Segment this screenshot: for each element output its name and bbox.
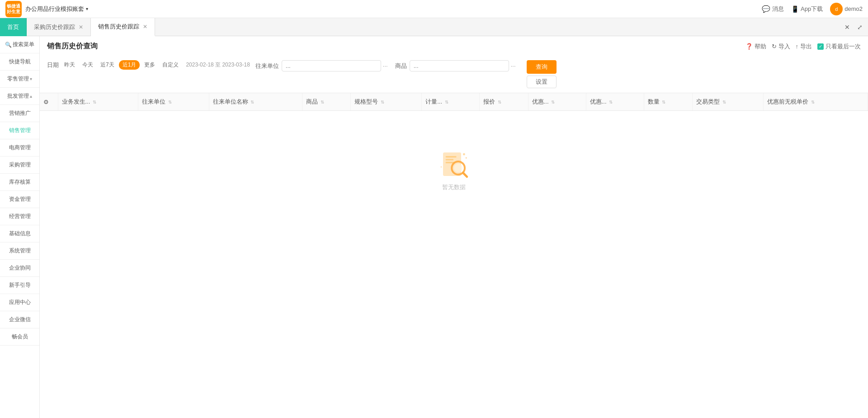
sidebar-item-basic-info[interactable]: 基础信息 [0,225,39,242]
home-label: 首页 [7,23,19,31]
message-button[interactable]: 💬 消息 [762,5,784,13]
col-unit[interactable]: 计量... ⇅ [422,93,480,111]
sidebar-item-ecommerce[interactable]: 电商管理 [0,139,39,157]
col-price[interactable]: 报价 ⇅ [480,93,528,111]
sidebar-item-apps[interactable]: 应用中心 [0,294,39,311]
date-filter-label: 日期 [47,61,59,69]
export-icon: ↑ [796,43,799,50]
user-menu[interactable]: d demo2 [830,3,863,15]
action-buttons: 查询 设置 [527,60,557,88]
app-selector[interactable]: 办公用品行业模拟账套 ▾ [25,5,88,13]
table-header: ⚙ 业务发生... ⇅ 往来单位 ⇅ 往来单位名称 ⇅ [40,93,868,111]
sidebar-item-purchase[interactable]: 采购管理 [0,157,39,174]
more-date-btn[interactable]: 更多 [142,60,158,70]
maximize-icon[interactable]: ⤢ [855,22,864,33]
tab1-close-icon[interactable]: ✕ [79,24,83,30]
today-btn[interactable]: 今天 [80,60,96,70]
last7days-btn[interactable]: 近7天 [98,60,117,70]
tab2-close-icon[interactable]: ✕ [143,24,147,30]
avatar: d [830,3,843,15]
col-spec[interactable]: 规格型号 ⇅ [351,93,422,111]
sort-icon: ⇅ [662,100,665,104]
col-settings[interactable]: ⚙ [40,93,58,111]
sidebar-item-inventory[interactable]: 库存核算 [0,174,39,191]
col-trade-type[interactable]: 交易类型 ⇅ [693,93,764,111]
tab-purchase-history[interactable]: 采购历史价跟踪 ✕ [27,18,91,36]
phone-icon: 📱 [791,5,799,13]
sidebar-item-wechat[interactable]: 企业微信 [0,311,39,328]
tab2-label: 销售历史价跟踪 [98,23,139,31]
sidebar-item-retail[interactable]: 零售管理 ▾ [0,71,39,88]
search-icon: 🔍 [5,42,12,48]
sidebar-label-wholesale: 批发管理 [7,92,29,100]
sidebar-item-enterprise[interactable]: 企业协同 [0,260,39,277]
message-label: 消息 [772,5,784,13]
close-tab-icon[interactable]: ✕ [843,22,852,33]
svg-line-6 [463,173,467,177]
help-label: 帮助 [755,43,766,51]
date-shortcuts: 昨天 今天 近7天 近1月 更多 自定义 [61,60,181,70]
tab-sales-history[interactable]: 销售历史价跟踪 ✕ [91,18,155,36]
sidebar-item-guide[interactable]: 新手引导 [0,277,39,294]
import-button[interactable]: ↻ 导入 [772,43,790,51]
sidebar-item-shortcuts[interactable]: 快捷导航 [0,53,39,71]
chevron-down-icon: ▾ [86,6,88,11]
help-button[interactable]: ❓ 帮助 [745,43,766,51]
col-partner-name[interactable]: 往来单位名称 ⇅ [209,93,302,111]
sidebar-item-marketing[interactable]: 营销推广 [0,105,39,122]
this-month-btn[interactable]: 近1月 [119,60,140,70]
sidebar-label-wechat: 企业微信 [9,316,31,323]
col-partner-code[interactable]: 往来单位 ⇅ [138,93,209,111]
sidebar-item-member[interactable]: 畅会员 [0,328,39,346]
query-button[interactable]: 查询 [527,60,557,74]
svg-rect-1 [445,156,456,157]
sidebar: 🔍 搜索菜单 快捷导航 零售管理 ▾ 批发管理 ▴ 营销推广 销售管理 电商管理… [0,36,40,418]
table-area: ⚙ 业务发生... ⇅ 往来单位 ⇅ 往来单位名称 ⇅ [40,93,868,418]
date-filter-group: 日期 昨天 今天 近7天 近1月 更多 自定义 2023-02-18 至 202… [47,60,250,70]
sidebar-item-wholesale[interactable]: 批发管理 ▴ [0,88,39,105]
sidebar-label-shortcuts: 快捷导航 [9,58,31,66]
col-discount2[interactable]: 优惠... ⇅ [586,93,644,111]
sort-icon: ⇅ [722,100,726,104]
sort-icon: ⇅ [321,100,324,104]
partner-input[interactable] [282,60,381,71]
export-button[interactable]: ↑ 导出 [796,43,812,51]
export-label: 导出 [800,43,812,51]
tab-home[interactable]: 首页 [0,18,27,36]
col-biz-date[interactable]: 业务发生... ⇅ [58,93,138,111]
sidebar-item-management[interactable]: 经营管理 [0,208,39,225]
sort-icon: ⇅ [381,100,384,104]
sidebar-item-search[interactable]: 🔍 搜索菜单 [0,36,39,53]
import-label: 导入 [778,43,790,51]
page-title-row: 销售历史价查询 ❓ 帮助 ↻ 导入 ↑ 导出 ✓ [47,42,861,51]
only-last-checkbox[interactable]: ✓ 只看最后一次 [817,43,861,51]
empty-text: 暂无数据 [442,183,466,191]
custom-date-btn[interactable]: 自定义 [160,60,181,70]
tab-actions: ✕ ⤢ [843,22,868,33]
sidebar-label-search: 搜索菜单 [13,41,34,48]
yesterday-btn[interactable]: 昨天 [61,60,78,70]
sidebar-label-member: 畅会员 [12,333,28,341]
setting-button[interactable]: 设置 [527,76,557,88]
sidebar-item-system[interactable]: 系统管理 [0,242,39,260]
sidebar-label-system: 系统管理 [9,247,31,255]
sidebar-item-sales[interactable]: 销售管理 [0,122,39,139]
sidebar-label-inventory: 库存核算 [9,178,31,186]
sidebar-label-guide: 新手引导 [9,281,31,289]
sort-icon: ⇅ [168,100,172,104]
import-icon: ↻ [772,43,777,50]
col-pretax-price[interactable]: 优惠前无税单价 ⇅ [764,93,868,111]
svg-point-8 [465,157,467,158]
col-discount1[interactable]: 优惠... ⇅ [528,93,586,111]
col-quantity[interactable]: 数量 ⇅ [644,93,692,111]
app-download-button[interactable]: 📱 App下载 [791,5,823,13]
goods-more-icon[interactable]: ··· [509,62,518,69]
col-goods[interactable]: 商品 ⇅ [302,93,350,111]
partner-more-icon[interactable]: ··· [381,62,390,69]
sidebar-item-finance[interactable]: 资金管理 [0,191,39,208]
goods-input[interactable] [410,60,509,71]
app-name: 办公用品行业模拟账套 [25,5,84,13]
page-title: 销售历史价查询 [47,42,98,51]
sort-icon: ⇅ [93,100,96,104]
sort-icon: ⇅ [445,100,448,104]
